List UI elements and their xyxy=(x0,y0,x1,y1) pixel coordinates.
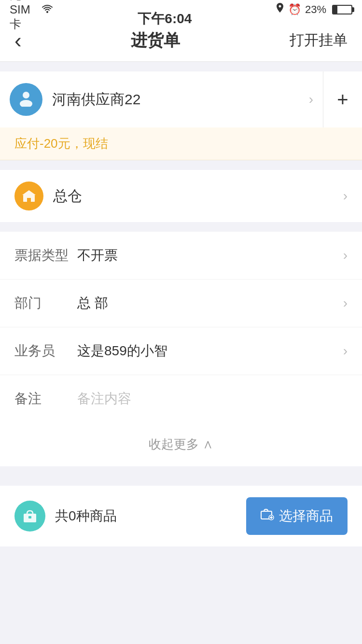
status-bar: 无 SIM 卡 下午6:04 ⏰ 23% xyxy=(0,0,362,19)
select-product-button[interactable]: 选择商品 xyxy=(246,497,348,535)
product-count-label: 共0种商品 xyxy=(55,507,246,525)
select-product-icon xyxy=(261,508,274,524)
location-icon xyxy=(276,3,284,16)
supplier-selector[interactable]: 河南供应商22 › xyxy=(0,71,323,127)
salesperson-value: 这是859的小智 xyxy=(77,342,338,360)
department-label: 部门 xyxy=(14,294,72,312)
salesperson-label: 业务员 xyxy=(14,342,72,360)
wifi-icon xyxy=(41,3,54,16)
svg-point-2 xyxy=(20,100,32,107)
page-title: 进货单 xyxy=(131,29,180,52)
department-chevron-icon: › xyxy=(343,295,348,311)
remark-label: 备注 xyxy=(14,390,72,408)
collapse-label: 收起更多 ∧ xyxy=(149,436,213,453)
warehouse-chevron-icon: › xyxy=(343,188,348,204)
section-gap-bottom xyxy=(0,466,362,476)
page-background xyxy=(0,546,362,644)
supplier-section: 河南供应商22 › + xyxy=(0,71,362,127)
supplier-avatar-icon xyxy=(17,88,35,111)
department-row[interactable]: 部门 总 部 › xyxy=(0,280,362,327)
svg-point-1 xyxy=(23,92,29,98)
svg-rect-7 xyxy=(28,516,31,518)
battery-percentage: 23% xyxy=(305,3,326,16)
battery-icon xyxy=(332,5,352,14)
collapse-bar[interactable]: 收起更多 ∧ xyxy=(0,422,362,466)
carrier-label: 无 SIM 卡 xyxy=(10,0,36,32)
section-gap-top xyxy=(0,62,362,71)
invoice-type-label: 票据类型 xyxy=(14,246,72,265)
open-pending-button[interactable]: 打开挂单 xyxy=(290,30,348,50)
product-bar: 共0种商品 选择商品 xyxy=(0,486,362,546)
notice-text: 应付-20元，现结 xyxy=(14,136,108,151)
remark-input[interactable]: 备注内容 xyxy=(77,390,348,408)
invoice-type-row[interactable]: 票据类型 不开票 › xyxy=(0,232,362,280)
remark-row[interactable]: 备注 备注内容 xyxy=(0,375,362,422)
svg-point-0 xyxy=(46,11,48,13)
supplier-name: 河南供应商22 xyxy=(52,90,304,110)
alarm-icon: ⏰ xyxy=(288,3,301,16)
department-value: 总 部 xyxy=(77,294,338,312)
add-supplier-button[interactable]: + xyxy=(323,71,362,127)
svg-marker-4 xyxy=(22,190,36,195)
form-fields: 票据类型 不开票 › 部门 总 部 › 业务员 这是859的小智 › 备注 备注… xyxy=(0,232,362,422)
invoice-chevron-icon: › xyxy=(343,248,348,263)
warehouse-name: 总仓 xyxy=(53,186,338,206)
status-right: ⏰ 23% xyxy=(276,3,352,16)
supplier-chevron-icon: › xyxy=(309,92,313,107)
section-gap-warehouse xyxy=(0,222,362,232)
status-left: 无 SIM 卡 xyxy=(10,0,54,32)
invoice-type-value: 不开票 xyxy=(77,246,338,265)
warehouse-row[interactable]: 总仓 › xyxy=(0,170,362,222)
warehouse-icon xyxy=(14,182,43,210)
select-product-label: 选择商品 xyxy=(279,507,333,525)
status-time: 下午6:04 xyxy=(138,10,192,28)
product-icon xyxy=(14,501,45,532)
svg-rect-5 xyxy=(27,198,31,202)
notice-bar: 应付-20元，现结 xyxy=(0,127,362,160)
section-gap-mid xyxy=(0,160,362,170)
supplier-avatar xyxy=(10,83,42,116)
salesperson-chevron-icon: › xyxy=(343,343,348,359)
back-button[interactable]: ‹ xyxy=(14,28,22,53)
salesperson-row[interactable]: 业务员 这是859的小智 › xyxy=(0,327,362,375)
